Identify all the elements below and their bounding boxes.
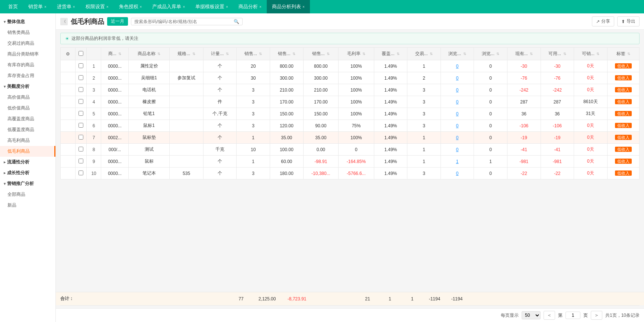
td-checkbox[interactable]	[76, 108, 87, 120]
sidebar-item-high-coverage[interactable]: 高覆盖度商品	[0, 114, 55, 124]
th-saleable[interactable]: 可销... ⇅	[574, 48, 608, 60]
nav-close-purchase[interactable]: ×	[73, 5, 75, 9]
nav-close-analysis-list[interactable]: ×	[302, 5, 305, 9]
td-browse1[interactable]: 1	[440, 156, 474, 168]
nav-sales[interactable]: 销货单 ×	[23, 0, 52, 13]
nav-analysis[interactable]: 商品分析 ×	[233, 0, 267, 13]
td-trade: 3	[407, 168, 441, 179]
search-icon[interactable]: 🔍	[234, 19, 239, 24]
page-size-select[interactable]: 50 100 200	[522, 311, 541, 319]
row-checkbox[interactable]	[79, 99, 83, 104]
td-browse2: 0	[474, 72, 507, 84]
nav-close-template[interactable]: ×	[226, 5, 228, 9]
collapse-sidebar-btn[interactable]: 《	[60, 18, 68, 25]
nav-product-entry[interactable]: 产成品入库单 ×	[147, 0, 190, 13]
row-checkbox[interactable]	[79, 135, 83, 140]
td-checkbox[interactable]	[76, 156, 87, 168]
nav-home[interactable]: 首页	[3, 0, 23, 13]
sidebar-item-all-goods[interactable]: 全部商品	[0, 189, 55, 200]
td-browse1[interactable]: 0	[440, 144, 474, 156]
td-checkbox[interactable]	[76, 60, 87, 72]
nav-close-sales[interactable]: ×	[44, 5, 47, 9]
sidebar-item-low-coverage[interactable]: 低覆盖度商品	[0, 124, 55, 135]
sidebar-item-low-value[interactable]: 低价值商品	[0, 103, 55, 114]
sidebar-item-stock-capital[interactable]: 库存资金占用	[0, 70, 55, 81]
td-browse1[interactable]: 0	[440, 60, 474, 72]
row-checkbox[interactable]	[79, 87, 83, 92]
th-sale-qty[interactable]: 销售... ⇅	[237, 48, 270, 60]
row-checkbox[interactable]	[79, 63, 83, 68]
sidebar-group-marketing[interactable]: ▾ 营销推广分析	[0, 178, 55, 189]
th-checkbox[interactable]	[76, 48, 87, 60]
th-current[interactable]: 现有... ⇅	[507, 48, 541, 60]
row-checkbox[interactable]	[79, 147, 83, 152]
td-num: 9	[87, 156, 101, 168]
td-browse1[interactable]: 0	[440, 108, 474, 120]
sidebar-group-growth[interactable]: ▸ 成长性分析	[0, 168, 55, 178]
th-coverage[interactable]: 覆盖... ⇅	[374, 48, 407, 60]
td-checkbox[interactable]	[76, 84, 87, 96]
td-checkbox[interactable]	[76, 168, 87, 179]
td-browse1[interactable]: 0	[440, 132, 474, 144]
next-page-btn[interactable]: ＞	[591, 311, 602, 320]
sidebar-item-high-value[interactable]: 高价值商品	[0, 92, 55, 103]
td-spec	[170, 144, 204, 156]
th-sale-amount[interactable]: 销售... ⇅	[303, 48, 339, 60]
td-browse1[interactable]: 0	[440, 120, 474, 132]
prev-page-btn[interactable]: ＜	[544, 311, 555, 320]
page-input[interactable]	[565, 312, 580, 319]
time-filter-button[interactable]: 近一月	[107, 17, 128, 26]
select-all-checkbox[interactable]	[79, 51, 83, 56]
th-trade[interactable]: 交易... ⇅	[407, 48, 441, 60]
row-checkbox[interactable]	[79, 75, 83, 80]
sidebar-item-category-rate[interactable]: 商品分类助销率	[0, 49, 55, 60]
row-checkbox[interactable]	[79, 170, 83, 175]
th-sale-price[interactable]: 销售... ⇅	[270, 48, 303, 60]
td-browse1[interactable]: 0	[440, 72, 474, 84]
td-checkbox[interactable]	[76, 72, 87, 84]
td-checkbox[interactable]	[76, 132, 87, 144]
share-button[interactable]: ↗ 分享	[592, 16, 614, 26]
th-name[interactable]: 商品名称 ⇅	[128, 48, 169, 60]
th-unit[interactable]: 计量... ⇅	[203, 48, 237, 60]
td-browse1[interactable]: 0	[440, 168, 474, 179]
nav-close-role[interactable]: ×	[140, 5, 142, 9]
th-settings[interactable]: ⚙	[61, 48, 76, 60]
nav-permission[interactable]: 权限设置 ×	[80, 0, 114, 13]
th-available[interactable]: 可用... ⇅	[541, 48, 574, 60]
nav-analysis-list[interactable]: 商品分析列表 ×	[267, 0, 310, 13]
th-tag[interactable]: 标签 ⇅	[607, 48, 639, 60]
sidebar-item-high-margin[interactable]: 高毛利商品	[0, 135, 55, 146]
sidebar-group-overall[interactable]: ▾ 整体信息	[0, 16, 55, 27]
th-gross-rate[interactable]: 毛利率 ⇅	[339, 48, 374, 60]
nav-close-product-entry[interactable]: ×	[183, 5, 185, 9]
td-browse1[interactable]: 0	[440, 84, 474, 96]
row-checkbox[interactable]	[79, 159, 83, 163]
th-code[interactable]: 商... ⇅	[101, 48, 129, 60]
sidebar-item-traded-goods[interactable]: 交易过的商品	[0, 38, 55, 49]
nav-template[interactable]: 单据模板设置 ×	[190, 0, 233, 13]
sidebar-group-circulation[interactable]: ▸ 流通性分析	[0, 157, 55, 168]
sidebar-item-sales-goods[interactable]: 销售类商品	[0, 27, 55, 38]
th-spec[interactable]: 规格... ⇅	[170, 48, 204, 60]
nav-close-analysis[interactable]: ×	[259, 5, 262, 9]
td-available: -242	[541, 84, 574, 96]
search-input[interactable]	[134, 19, 234, 24]
sidebar-item-low-margin[interactable]: 低毛利商品	[0, 146, 55, 157]
td-browse1[interactable]: 0	[440, 96, 474, 108]
nav-close-permission[interactable]: ×	[106, 5, 109, 9]
sidebar-item-stock-goods[interactable]: 有库存的商品	[0, 60, 55, 70]
th-browse2[interactable]: 浏览... ⇅	[474, 48, 507, 60]
row-checkbox[interactable]	[79, 123, 83, 128]
nav-purchase[interactable]: 进货单 ×	[52, 0, 80, 13]
sidebar-item-new-goods[interactable]: 新品	[0, 200, 55, 211]
bottom-scrollbar[interactable]	[60, 305, 640, 308]
td-checkbox[interactable]	[76, 144, 87, 156]
td-checkbox[interactable]	[76, 96, 87, 108]
td-checkbox[interactable]	[76, 120, 87, 132]
nav-role[interactable]: 角色授权 ×	[114, 0, 147, 13]
row-checkbox[interactable]	[79, 111, 83, 116]
export-button[interactable]: ⬆ 导出	[617, 16, 640, 26]
th-browse1[interactable]: 浏览... ⇅	[440, 48, 474, 60]
sidebar-group-beauty[interactable]: ▾ 美觀度分析	[0, 81, 55, 92]
